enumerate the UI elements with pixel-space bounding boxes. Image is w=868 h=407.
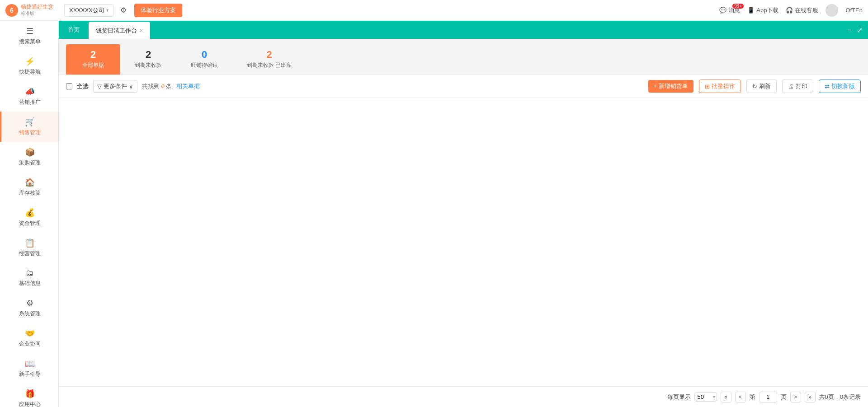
stat-label-shipped: 到期未收款 已出库 xyxy=(247,61,292,69)
add-sales-button[interactable]: + 新增销货单 xyxy=(648,80,693,93)
sidebar-item-operations[interactable]: 📋 经营管理 xyxy=(0,233,58,263)
batch-icon: ⊞ xyxy=(705,83,710,90)
online-service-button[interactable]: 🎧 在线客服 xyxy=(786,6,818,14)
select-all-checkbox[interactable] xyxy=(66,83,72,89)
logo-icon: 6 xyxy=(5,4,18,17)
refresh-button[interactable]: ↻ 刷新 xyxy=(746,80,777,93)
logo-badge: 标准版 xyxy=(21,10,53,17)
marketing-icon: 📣 xyxy=(25,87,35,97)
count-number: 0 xyxy=(161,83,165,89)
stat-tab-pending[interactable]: 0 旺铺待确认 xyxy=(176,44,232,75)
toolbar: 全选 ▽ 更多条件 ∨ 共找到 0 条 相关单据 + 新增销货单 ⊞ 批量操作 xyxy=(59,75,868,98)
page-prev-button[interactable]: < xyxy=(735,392,746,402)
toolbar-right: + 新增销货单 ⊞ 批量操作 ↻ 刷新 🖨 打印 ⇄ 切换新版 xyxy=(648,80,861,93)
sidebar-item-sales[interactable]: 🛒 销售管理 xyxy=(0,112,58,142)
message-icon: 💬 xyxy=(719,7,726,14)
sales-icon: 🛒 xyxy=(25,117,35,127)
sidebar-item-quicknav[interactable]: ⚡ 快捷导航 xyxy=(0,51,58,81)
filter-button[interactable]: ▽ 更多条件 ∨ xyxy=(93,80,137,93)
tab-home[interactable]: 首页 xyxy=(59,21,89,39)
stat-label-overdue: 到期未收款 xyxy=(135,61,162,69)
main-content: 首页 钱货日清工作台 × － ⤢ 2 全部单据 2 到期未收款 xyxy=(59,21,868,407)
count-text: 共找到 0 条 xyxy=(142,82,172,90)
sidebar-item-guide[interactable]: 📖 新手引导 xyxy=(0,353,58,384)
sidebar: ☰ 搜索菜单 ⚡ 快捷导航 📣 营销推广 🛒 销售管理 📦 采购管理 🏠 库存核… xyxy=(0,21,59,407)
sidebar-item-finance[interactable]: 💰 资金管理 xyxy=(0,202,58,233)
sidebar-finance-label: 资金管理 xyxy=(19,220,41,227)
app-download-button[interactable]: 📱 App下载 xyxy=(747,6,778,14)
enterprise-icon: 🤝 xyxy=(25,328,35,338)
download-icon: 📱 xyxy=(747,7,755,14)
related-bill-link[interactable]: 相关单据 xyxy=(176,82,200,90)
company-name: XXXXXX公司 xyxy=(69,6,104,14)
page-size-select[interactable]: 50 100 200 xyxy=(694,392,717,402)
empty-state xyxy=(59,98,868,386)
page-first-button[interactable]: « xyxy=(721,392,731,402)
guide-icon: 📖 xyxy=(25,359,35,369)
stat-num-overdue: 2 xyxy=(135,49,162,61)
page-last-button[interactable]: » xyxy=(805,392,816,402)
filter-arrow: ∨ xyxy=(129,83,133,90)
sidebar-basic-info-label: 基础信息 xyxy=(19,280,41,287)
sidebar-item-purchase[interactable]: 📦 采购管理 xyxy=(0,142,58,172)
stat-label-all: 全部单据 xyxy=(80,61,106,69)
stats-tabs: 2 全部单据 2 到期未收款 0 旺铺待确认 2 到期未收款 已出库 xyxy=(59,39,868,75)
sidebar-enterprise-label: 企业协同 xyxy=(19,340,41,348)
print-icon: 🖨 xyxy=(788,83,794,90)
appcenter-icon: 🎁 xyxy=(25,389,35,399)
online-service-label: 在线客服 xyxy=(795,6,818,14)
sidebar-item-inventory[interactable]: 🏠 库存核算 xyxy=(0,172,58,202)
avatar[interactable] xyxy=(826,4,838,17)
app-download-label: App下载 xyxy=(756,6,778,14)
message-button[interactable]: 💬 消息 99+ xyxy=(719,6,740,14)
pagination-bar: 每页显示 50 100 200 ▾ « < 第 页 > » 共0页，0条记录 xyxy=(59,386,868,407)
logo-text: 畅捷通好生意 xyxy=(21,4,53,11)
inventory-icon: 🏠 xyxy=(25,178,35,187)
stat-tab-all[interactable]: 2 全部单据 xyxy=(66,44,120,75)
stat-num-pending: 0 xyxy=(191,49,218,61)
page-size-wrapper: 50 100 200 ▾ xyxy=(694,392,717,402)
page-next-button[interactable]: > xyxy=(790,392,801,402)
main-layout: ☰ 搜索菜单 ⚡ 快捷导航 📣 营销推广 🛒 销售管理 📦 采购管理 🏠 库存核… xyxy=(0,21,868,407)
toolbar-left: 全选 ▽ 更多条件 ∨ 共找到 0 条 相关单据 xyxy=(66,80,643,93)
header-right: 💬 消息 99+ 📱 App下载 🎧 在线客服 OfTEn xyxy=(719,4,863,17)
switch-icon: ⇄ xyxy=(825,83,830,90)
sidebar-item-search[interactable]: ☰ 搜索菜单 xyxy=(0,21,58,51)
print-button[interactable]: 🖨 打印 xyxy=(782,80,813,93)
tab-minimize-button[interactable]: － xyxy=(846,25,853,35)
message-badge: 99+ xyxy=(732,4,744,9)
tab-close-button[interactable]: × xyxy=(140,28,143,34)
filter-icon: ▽ xyxy=(97,83,102,90)
company-selector[interactable]: XXXXXX公司 ▾ xyxy=(64,4,113,17)
quicknav-icon: ⚡ xyxy=(25,56,35,66)
sidebar-item-marketing[interactable]: 📣 营销推广 xyxy=(0,81,58,112)
sidebar-item-system[interactable]: ⚙ 系统管理 xyxy=(0,293,58,323)
page-label: 第 xyxy=(750,393,755,401)
sidebar-item-appcenter[interactable]: 🎁 应用中心 xyxy=(0,384,58,407)
table-area xyxy=(59,98,868,386)
tab-workbench[interactable]: 钱货日清工作台 × xyxy=(89,22,150,40)
tab-home-label: 首页 xyxy=(68,26,80,34)
stat-tab-shipped[interactable]: 2 到期未收款 已出库 xyxy=(232,44,306,75)
purchase-icon: 📦 xyxy=(25,147,35,157)
tab-maximize-button[interactable]: ⤢ xyxy=(857,25,863,35)
trial-button[interactable]: 体验行业方案 xyxy=(134,4,182,17)
settings-button[interactable]: ⚙ xyxy=(117,4,130,17)
page-number-input[interactable] xyxy=(759,392,777,402)
username: OfTEn xyxy=(845,7,863,14)
operations-icon: 📋 xyxy=(25,238,35,248)
sidebar-item-enterprise[interactable]: 🤝 企业协同 xyxy=(0,323,58,353)
switch-version-button[interactable]: ⇄ 切换新版 xyxy=(819,80,861,93)
batch-operation-button[interactable]: ⊞ 批量操作 xyxy=(699,80,741,93)
tab-bar-actions: － ⤢ xyxy=(846,25,868,35)
basic-info-icon: 🗂 xyxy=(26,268,34,278)
sidebar-sales-label: 销售管理 xyxy=(19,129,41,136)
sidebar-item-basic-info[interactable]: 🗂 基础信息 xyxy=(0,263,58,293)
stat-tab-overdue[interactable]: 2 到期未收款 xyxy=(120,44,176,75)
stat-num-all: 2 xyxy=(80,49,106,61)
logo-area: 6 畅捷通好生意 标准版 xyxy=(5,4,64,17)
sidebar-operations-label: 经营管理 xyxy=(19,250,41,257)
sidebar-quicknav-label: 快捷导航 xyxy=(19,68,41,76)
sidebar-inventory-label: 库存核算 xyxy=(19,189,41,197)
total-label: 共0页，0条记录 xyxy=(819,393,861,401)
